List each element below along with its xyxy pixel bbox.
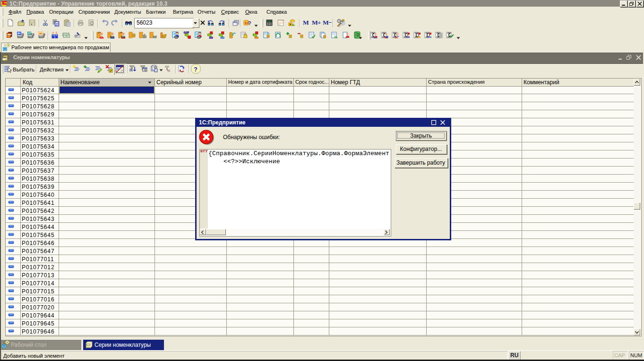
svg-text:?: ?: [248, 20, 251, 26]
svg-text:$: $: [66, 35, 67, 38]
svg-text:%: %: [334, 35, 337, 39]
svg-text:?: ?: [194, 66, 197, 73]
